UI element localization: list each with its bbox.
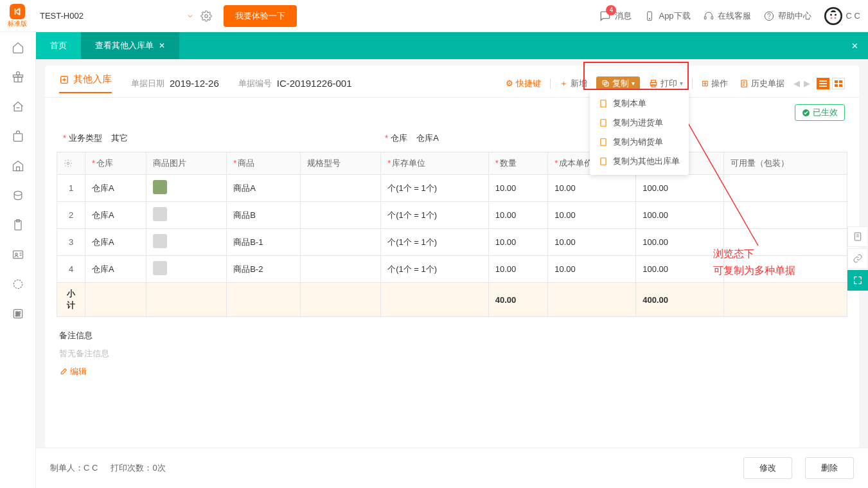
svg-point-20 xyxy=(15,253,17,255)
close-all-tabs[interactable]: ✕ xyxy=(841,41,868,51)
logo-text: 标准版 xyxy=(8,19,27,28)
date-label: 单据日期 xyxy=(131,78,164,89)
biz-type-value: 其它 xyxy=(111,132,128,144)
history-button[interactable]: 历史单据 xyxy=(737,77,787,91)
copy-as-other-outbound[interactable]: 复制为其他出库单 xyxy=(590,152,689,171)
svg-rect-16 xyxy=(16,167,19,171)
shortcut-button[interactable]: ⚙快捷键 xyxy=(503,77,544,91)
left-nav: 新 xyxy=(0,32,36,488)
table-row[interactable]: 3仓库A商品B-1个(1个 = 1个)10.0010.00100.00 xyxy=(57,229,847,256)
message-badge: 4 xyxy=(606,5,616,15)
cell-amount: 100.00 xyxy=(636,175,724,202)
biz-type-field: *业务类型 其它 xyxy=(63,132,128,144)
table-row[interactable]: 1仓库A商品A个(1个 = 1个)10.0010.00100.00 xyxy=(57,175,847,202)
settings-icon[interactable] xyxy=(200,10,212,22)
cell-price: 10.00 xyxy=(548,229,636,256)
col-image: 商品图片 xyxy=(146,152,227,175)
svg-rect-35 xyxy=(839,80,842,83)
col-gear[interactable] xyxy=(57,152,85,175)
col-spec: 规格型号 xyxy=(301,152,381,175)
add-button[interactable]: ＋新增 xyxy=(557,77,590,91)
help-icon xyxy=(764,11,774,21)
nav-clipboard-icon[interactable] xyxy=(12,219,24,231)
doc-icon xyxy=(599,157,608,166)
edit-remarks-link[interactable]: 编辑 xyxy=(59,366,845,377)
headset-icon xyxy=(704,11,714,21)
product-image-icon xyxy=(153,180,167,194)
app-download-link[interactable]: App下载 xyxy=(644,10,690,22)
actions-button[interactable]: ⊞操作 xyxy=(699,77,731,91)
svg-rect-15 xyxy=(13,134,22,141)
help-center-link[interactable]: 帮助中心 xyxy=(764,10,811,22)
col-avail: 可用量（包装） xyxy=(724,152,847,175)
doc-icon xyxy=(599,138,608,147)
nav-gift-icon[interactable] xyxy=(12,71,24,84)
prev-icon[interactable]: ◀ xyxy=(793,78,800,88)
print-button[interactable]: 打印▾ xyxy=(646,77,686,91)
float-note-icon[interactable] xyxy=(847,226,868,247)
modify-button[interactable]: 修改 xyxy=(743,457,792,479)
cell-warehouse: 仓库A xyxy=(85,256,146,283)
nav-home-icon[interactable] xyxy=(12,41,24,54)
org-selector[interactable]: TEST-H002 xyxy=(40,11,194,21)
online-service-link[interactable]: 在线客服 xyxy=(704,10,751,22)
inbound-icon xyxy=(59,75,69,85)
nav-id-icon[interactable] xyxy=(12,248,24,261)
copy-as-sales[interactable]: 复制为销货单 xyxy=(590,132,689,152)
chevron-down-icon xyxy=(186,12,194,20)
messages-link[interactable]: 4 消息 xyxy=(599,10,632,22)
col-product: *商品 xyxy=(227,152,301,175)
copy-this-doc[interactable]: 复制本单 xyxy=(590,94,689,113)
float-link-icon[interactable] xyxy=(847,248,868,269)
delete-button[interactable]: 删除 xyxy=(805,457,854,479)
svg-rect-4 xyxy=(711,16,713,19)
table-row[interactable]: 4仓库A商品B-2个(1个 = 1个)10.0010.00100.00 xyxy=(57,256,847,283)
org-name: TEST-H002 xyxy=(40,11,84,21)
cell-amount: 100.00 xyxy=(636,202,724,229)
next-icon[interactable]: ▶ xyxy=(804,78,810,88)
nav-money-icon[interactable] xyxy=(12,189,24,202)
row-index: 4 xyxy=(57,256,85,283)
svg-rect-31 xyxy=(819,80,827,82)
cell-image xyxy=(146,175,227,202)
nav-bag-icon[interactable] xyxy=(12,130,24,143)
table-row[interactable]: 2仓库A商品B个(1个 = 1个)10.0010.00100.00 xyxy=(57,202,847,229)
copy-button[interactable]: 复制 ▾ xyxy=(596,77,640,91)
view-list-icon[interactable] xyxy=(817,78,829,89)
cell-warehouse: 仓库A xyxy=(85,202,146,229)
warehouse-field: *仓库 仓库A xyxy=(385,132,439,144)
gear-icon: ⚙ xyxy=(506,78,513,88)
nav-new-icon[interactable]: 新 xyxy=(12,307,24,320)
cell-amount: 100.00 xyxy=(636,229,724,256)
remarks-empty: 暂无备注信息 xyxy=(59,348,845,359)
trial-button[interactable]: 我要体验一下 xyxy=(224,5,297,27)
svg-rect-32 xyxy=(819,83,827,84)
close-icon[interactable]: ✕ xyxy=(159,41,165,50)
cell-spec xyxy=(301,202,381,229)
col-qty: *数量 xyxy=(488,152,548,175)
code-value: IC-20191226-001 xyxy=(277,78,352,89)
cell-avail xyxy=(724,175,847,202)
subtotal-amount: 400.00 xyxy=(636,283,724,317)
float-expand-icon[interactable] xyxy=(847,270,868,291)
copy-icon xyxy=(601,79,610,87)
cell-product: 商品A xyxy=(227,175,301,202)
cell-qty: 10.00 xyxy=(488,229,548,256)
cell-image xyxy=(146,256,227,283)
tab-view-other-inbound[interactable]: 查看其他入库单 ✕ xyxy=(81,32,179,59)
avatar xyxy=(824,7,842,25)
cell-image xyxy=(146,229,227,256)
tab-home[interactable]: 首页 xyxy=(36,32,81,59)
user-menu[interactable]: C C xyxy=(824,7,860,25)
cell-qty: 10.00 xyxy=(488,202,548,229)
svg-rect-3 xyxy=(704,16,706,19)
copy-as-purchase[interactable]: 复制为进货单 xyxy=(590,113,689,132)
nav-warehouse-icon[interactable] xyxy=(12,159,24,172)
help-center-label: 帮助中心 xyxy=(778,10,811,22)
nav-cycle-icon[interactable] xyxy=(12,278,24,291)
nav-house-icon[interactable] xyxy=(12,100,24,113)
cell-spec xyxy=(301,229,381,256)
warehouse-value: 仓库A xyxy=(416,132,439,144)
print-count-info: 打印次数：0次 xyxy=(111,462,165,474)
view-grid-icon[interactable] xyxy=(832,78,845,89)
